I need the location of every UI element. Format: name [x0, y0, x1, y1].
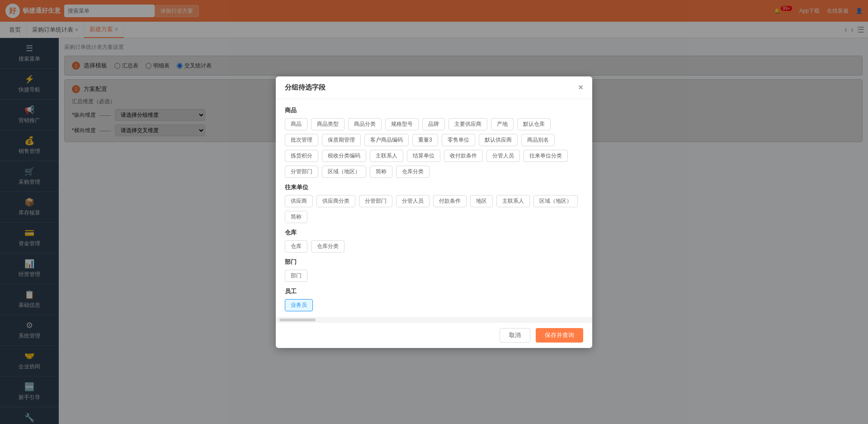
field-tag[interactable]: 商品 — [285, 118, 307, 130]
product-fields: 商品 商品类型 商品分类 规格型号 品牌 主要供应商 产地 默认仓库 批次管理 … — [285, 118, 583, 178]
field-tag[interactable]: 分管部门 — [359, 195, 392, 207]
warehouse-fields: 仓库 仓库分类 — [285, 240, 583, 252]
field-tag[interactable]: 分管人员 — [396, 195, 429, 207]
dialog-close-btn[interactable]: × — [578, 83, 583, 92]
confirm-button[interactable]: 保存并查询 — [536, 328, 583, 343]
dialog-overlay: 分组待选字段 × 商品 商品 商品类型 商品分类 规格型号 品牌 主要供应商 产… — [0, 0, 868, 424]
field-tag[interactable]: 零售单位 — [442, 134, 475, 146]
field-tag[interactable]: 税收分类编码 — [322, 150, 366, 162]
field-tag[interactable]: 结算单位 — [407, 150, 440, 162]
field-tag[interactable]: 主联系人 — [496, 195, 530, 207]
field-tag[interactable]: 拣货积分 — [285, 150, 318, 162]
field-tag[interactable]: 规格型号 — [385, 118, 419, 130]
partner-fields: 供应商 供应商分类 分管部门 分管人员 付款条件 地区 主联系人 区域（地区） … — [285, 195, 583, 223]
field-tag[interactable]: 商品类型 — [311, 118, 344, 130]
department-fields: 部门 — [285, 270, 583, 282]
field-tag[interactable]: 主要供应商 — [448, 118, 487, 130]
field-tag[interactable]: 简称 — [370, 166, 392, 178]
field-tag[interactable]: 分管部门 — [285, 166, 318, 178]
field-tag[interactable]: 分管人员 — [486, 150, 520, 162]
section-title-employee: 员工 — [285, 287, 583, 295]
cancel-button[interactable]: 取消 — [500, 328, 530, 343]
field-tag[interactable]: 往来单位分类 — [524, 150, 568, 162]
field-select-dialog: 分组待选字段 × 商品 商品 商品类型 商品分类 规格型号 品牌 主要供应商 产… — [276, 76, 592, 348]
field-tag[interactable]: 客户商品编码 — [364, 134, 409, 146]
field-tag[interactable]: 付款条件 — [433, 195, 467, 207]
field-tag[interactable]: 主联系人 — [370, 150, 403, 162]
section-title-partner: 往来单位 — [285, 183, 583, 191]
field-tag[interactable]: 部门 — [285, 270, 307, 282]
dialog-body: 商品 商品 商品类型 商品分类 规格型号 品牌 主要供应商 产地 默认仓库 批次… — [276, 99, 592, 318]
dialog-title: 分组待选字段 — [285, 83, 326, 92]
field-tag-employee-selected[interactable]: 业务员 — [285, 299, 313, 311]
employee-fields: 业务员 — [285, 299, 583, 311]
field-tag[interactable]: 批次管理 — [285, 134, 318, 146]
field-tag[interactable]: 仓库分类 — [311, 240, 344, 252]
field-tag[interactable]: 重量3 — [412, 134, 438, 146]
dialog-footer: 取消 保存并查询 — [276, 322, 592, 348]
section-title-department: 部门 — [285, 258, 583, 266]
dialog-header: 分组待选字段 × — [276, 76, 592, 99]
field-tag[interactable]: 默认供应商 — [479, 134, 518, 146]
field-tag[interactable]: 供应商 — [285, 195, 313, 207]
field-tag[interactable]: 品牌 — [422, 118, 445, 130]
field-tag[interactable]: 仓库分类 — [396, 166, 429, 178]
h-scrollbar-thumb — [279, 319, 316, 321]
section-title-warehouse: 仓库 — [285, 229, 583, 237]
field-tag[interactable]: 商品分类 — [348, 118, 382, 130]
field-tag[interactable]: 产地 — [491, 118, 514, 130]
field-tag[interactable]: 地区 — [470, 195, 493, 207]
section-title-product: 商品 — [285, 106, 583, 114]
field-tag[interactable]: 商品别名 — [521, 134, 555, 146]
field-tag[interactable]: 简称 — [285, 211, 307, 223]
field-tag[interactable]: 区域（地区） — [322, 166, 366, 178]
field-tag[interactable]: 供应商分类 — [316, 195, 355, 207]
field-tag[interactable]: 区域（地区） — [533, 195, 578, 207]
field-tag[interactable]: 收付款条件 — [444, 150, 483, 162]
field-tag[interactable]: 默认仓库 — [517, 118, 551, 130]
h-scrollbar — [276, 317, 592, 322]
field-tag[interactable]: 保质期管理 — [322, 134, 361, 146]
field-tag[interactable]: 仓库 — [285, 240, 307, 252]
